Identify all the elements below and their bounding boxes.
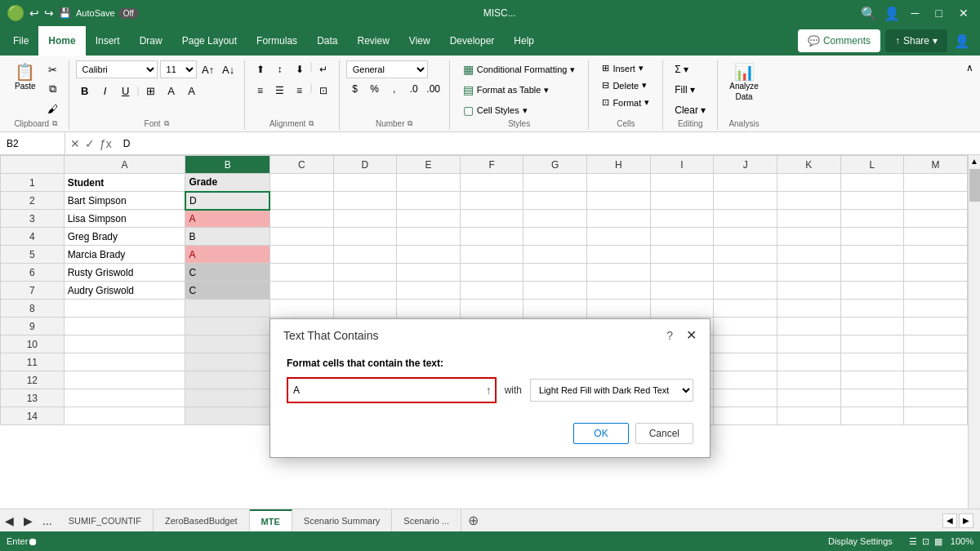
tab-prev-arrow[interactable]: ◀ [0, 514, 19, 527]
analyze-data-button[interactable]: 📊 Analyze Data [724, 60, 764, 104]
menu-data[interactable]: Data [307, 26, 347, 56]
title-bar-left: 🟢 ↩ ↪ 💾 AutoSave Off [7, 4, 139, 22]
collapse-ribbon[interactable]: ∧ [963, 60, 977, 130]
undo-icon[interactable]: ↩ [29, 7, 39, 20]
menu-insert[interactable]: Insert [86, 26, 130, 56]
increase-font-btn[interactable]: A↑ [199, 60, 217, 78]
format-as-table-button[interactable]: ▤ Format as Table ▾ [457, 81, 556, 99]
border-button[interactable]: ⊞ [142, 82, 160, 100]
autosave-toggle[interactable]: AutoSave Off [76, 8, 139, 19]
share-button[interactable]: ↑ Share ▾ [885, 29, 947, 52]
number-expand[interactable]: ⧉ [408, 119, 412, 128]
zoom-level[interactable]: 100% [951, 536, 973, 546]
dialog-help-icon[interactable]: ? [666, 329, 673, 342]
menu-help[interactable]: Help [504, 26, 544, 56]
cell-reference-box[interactable]: B2 [0, 132, 65, 154]
align-middle-button[interactable]: ↕ [271, 60, 289, 78]
italic-button[interactable]: I [96, 82, 114, 100]
menu-draw[interactable]: Draw [130, 26, 172, 56]
search-icon[interactable]: 🔍 [861, 6, 877, 21]
format-button[interactable]: ⊡ Format ▾ [595, 95, 656, 110]
ribbon-font: Calibri 11 A↑ A↓ B I U | ⊞ A [69, 60, 245, 130]
dialog-ok-button[interactable]: OK [573, 423, 628, 444]
autosum-button[interactable]: Σ ▾ [670, 60, 693, 78]
paste-button[interactable]: 📋 Paste [10, 60, 41, 94]
font-name-select[interactable]: Calibri [76, 60, 158, 78]
decrease-decimal-button[interactable]: .00 [425, 80, 443, 98]
tab-zero-budget[interactable]: ZeroBasedBudget [154, 509, 250, 531]
copy-button[interactable]: ⧉ [44, 80, 62, 98]
format-painter-button[interactable]: 🖌 [44, 100, 62, 118]
align-bottom-button[interactable]: ⬇ [291, 60, 309, 78]
styles-label: Styles [508, 119, 530, 128]
insert-function-icon[interactable]: ƒx [100, 137, 112, 150]
alignment-expand[interactable]: ⧉ [309, 119, 314, 128]
font-color-button[interactable]: A [183, 82, 201, 100]
fill-color-button[interactable]: A [163, 82, 180, 100]
menu-file[interactable]: File [3, 26, 38, 56]
decrease-font-btn[interactable]: A↓ [220, 60, 238, 78]
increase-decimal-button[interactable]: .0 [405, 80, 423, 98]
confirm-formula-icon[interactable]: ✓ [85, 137, 95, 150]
dialog-cancel-button[interactable]: Cancel [635, 423, 693, 444]
percent-button[interactable]: % [366, 80, 384, 98]
comma-button[interactable]: , [385, 80, 403, 98]
display-settings[interactable]: Display Settings [828, 536, 893, 546]
view-page-break-icon[interactable]: ▦ [934, 536, 942, 547]
comments-button[interactable]: 💬 Comments [798, 29, 880, 52]
currency-button[interactable]: $ [346, 80, 364, 98]
minimize-btn[interactable]: ─ [906, 5, 924, 21]
dialog-close-button[interactable]: ✕ [686, 327, 697, 343]
cell-styles-button[interactable]: ▢ Cell Styles ▾ [457, 101, 534, 119]
tab-mte[interactable]: MTE [250, 509, 292, 531]
tab-scenario-summary[interactable]: Scenario Summary [292, 509, 393, 531]
fill-button[interactable]: Fill ▾ [670, 81, 700, 99]
autosave-state[interactable]: Off [118, 8, 139, 19]
clipboard-expand[interactable]: ⧉ [52, 119, 57, 128]
dialog-text-input[interactable] [288, 379, 483, 402]
record-macro-icon[interactable]: ⏺ [28, 535, 38, 548]
tab-more[interactable]: ... [38, 514, 57, 527]
menu-home[interactable]: Home [38, 26, 85, 56]
tab-next-arrow[interactable]: ▶ [19, 514, 38, 527]
maximize-btn[interactable]: □ [931, 5, 947, 21]
menu-formulas[interactable]: Formulas [247, 26, 307, 56]
align-right-button[interactable]: ≡ [291, 82, 309, 100]
menu-page-layout[interactable]: Page Layout [172, 26, 247, 56]
insert-button[interactable]: ⊞ Insert ▾ [595, 60, 650, 76]
dialog-input-select-icon[interactable]: ↑ [483, 384, 495, 397]
view-page-layout-icon[interactable]: ⊡ [922, 536, 929, 547]
cut-button[interactable]: ✂ [44, 60, 62, 78]
wrap-text-button[interactable]: ↵ [314, 60, 332, 78]
tab-scroll-right[interactable]: ▶ [959, 513, 973, 528]
number-format-select[interactable]: General [346, 60, 428, 78]
formula-input[interactable] [117, 138, 980, 149]
redo-icon[interactable]: ↪ [44, 7, 54, 20]
conditional-formatting-button[interactable]: ▦ Conditional Formatting ▾ [457, 60, 582, 78]
bold-button[interactable]: B [76, 82, 94, 100]
align-top-button[interactable]: ⬆ [252, 60, 270, 78]
delete-button[interactable]: ⊟ Delete ▾ [595, 78, 653, 93]
tab-sumif-countif[interactable]: SUMIF_COUNTIF [57, 509, 154, 531]
tab-scenario-dots[interactable]: Scenario ... [392, 509, 461, 531]
menu-developer[interactable]: Developer [440, 26, 505, 56]
close-btn[interactable]: ✕ [954, 5, 973, 21]
tab-scroll-left[interactable]: ◀ [942, 513, 957, 528]
merge-button[interactable]: ⊡ [314, 82, 332, 100]
font-expand[interactable]: ⧉ [164, 119, 169, 128]
profile-icon[interactable]: 👤 [884, 6, 900, 21]
quick-save[interactable]: 💾 [59, 7, 71, 19]
menu-review[interactable]: Review [347, 26, 399, 56]
align-center-button[interactable]: ☰ [271, 82, 289, 100]
profile-btn[interactable]: 👤 [947, 26, 977, 56]
font-size-select[interactable]: 11 [160, 60, 197, 78]
underline-button[interactable]: U [117, 82, 135, 100]
menu-view[interactable]: View [399, 26, 440, 56]
add-sheet-button[interactable]: ⊕ [461, 513, 485, 528]
clear-button[interactable]: Clear ▾ [670, 101, 710, 119]
expand-formula-icon[interactable]: ✕ [70, 137, 80, 150]
dialog-title: Text That Contains [283, 329, 378, 342]
align-left-button[interactable]: ≡ [252, 82, 270, 100]
view-normal-icon[interactable]: ☰ [909, 536, 917, 547]
format-style-select[interactable]: Light Red Fill with Dark Red Text Yellow… [530, 379, 693, 402]
